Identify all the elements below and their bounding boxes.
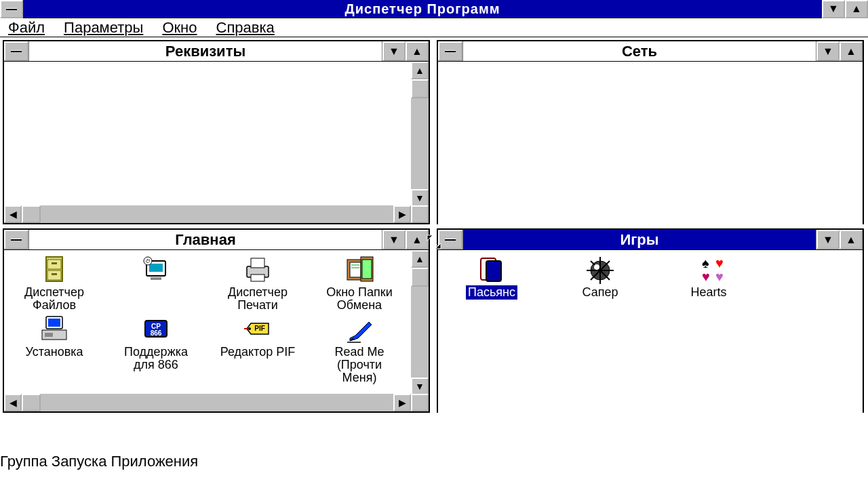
icon-solitaire[interactable]: Пасьянс xyxy=(441,254,542,300)
app-title: Диспетчер Программ xyxy=(23,1,822,17)
pif-tag-icon: PIF xyxy=(241,314,274,344)
icon-clipboard-viewer[interactable]: Окно Папки Обмена xyxy=(312,254,407,312)
window-main-hscroll[interactable]: ◀ ▶ xyxy=(4,394,429,411)
icon-cp866[interactable]: CP866 Поддержка для 866 xyxy=(108,314,203,385)
window-accessories-maximize[interactable]: ▲ xyxy=(406,41,429,61)
scroll-up-icon[interactable]: ▲ xyxy=(411,250,429,268)
window-main-sysmenu[interactable] xyxy=(4,230,28,249)
svg-rect-22 xyxy=(45,333,53,337)
mdi-area: Реквизиты ▼ ▲ ▲ ▼ ◀ ▶ Сеть ▼ ▲ xyxy=(0,37,868,413)
window-accessories-vscroll[interactable]: ▲ ▼ xyxy=(411,62,429,207)
menu-file[interactable]: Файл xyxy=(8,19,45,37)
icon-readme[interactable]: Read Me (Прочти Меня) xyxy=(312,314,407,385)
app-titlebar: Диспетчер Программ ▼ ▲ xyxy=(0,0,868,18)
file-cabinet-icon xyxy=(38,254,71,284)
scroll-right-icon[interactable]: ▶ xyxy=(393,205,411,223)
window-main-minimize[interactable]: ▼ xyxy=(382,230,406,249)
window-accessories-hscroll[interactable]: ◀ ▶ xyxy=(4,205,429,223)
svg-rect-3 xyxy=(52,262,57,264)
icon-control-panel[interactable]: ⏱ xyxy=(108,254,203,312)
svg-rect-14 xyxy=(350,262,361,277)
window-main-titlebar[interactable]: Главная ▼ ▲ xyxy=(4,230,429,250)
window-games-title: Игры xyxy=(462,230,816,249)
icon-minesweeper[interactable]: Сапер xyxy=(549,254,651,300)
svg-text:PIF: PIF xyxy=(254,325,265,332)
svg-text:♥: ♥ xyxy=(715,256,724,270)
window-games[interactable]: Игры ▼ ▲ Пасьянс Сапер xyxy=(437,228,864,413)
window-accessories-body: ▲ ▼ xyxy=(4,62,429,207)
scroll-down-icon[interactable]: ▼ xyxy=(411,378,429,395)
scroll-left-icon[interactable]: ◀ xyxy=(4,205,22,223)
svg-rect-11 xyxy=(251,258,264,268)
icon-print-manager[interactable]: Диспетчер Печати xyxy=(210,254,305,312)
window-main-vscroll[interactable]: ▲ ▼ xyxy=(411,250,429,395)
window-network-sysmenu[interactable] xyxy=(438,41,462,61)
icon-setup[interactable]: Установка xyxy=(7,314,102,385)
maximize-button[interactable]: ▲ xyxy=(845,0,868,18)
window-accessories-title: Реквизиты xyxy=(28,41,382,61)
window-main-title: Главная xyxy=(28,230,382,249)
window-accessories-minimize[interactable]: ▼ xyxy=(382,41,406,61)
menubar: Файл Параметры Окно Справка xyxy=(0,18,868,37)
window-network-minimize[interactable]: ▼ xyxy=(816,41,840,61)
svg-rect-20 xyxy=(48,319,60,327)
cp866-icon: CP866 xyxy=(140,314,172,344)
icon-hearts[interactable]: ♠♥♥♥ Hearts xyxy=(658,254,760,300)
menu-help[interactable]: Справка xyxy=(216,19,275,37)
window-games-minimize[interactable]: ▼ xyxy=(816,230,840,249)
scroll-down-icon[interactable]: ▼ xyxy=(411,189,429,207)
svg-point-37 xyxy=(594,264,599,270)
clipboard-folder-icon xyxy=(343,254,376,284)
window-network[interactable]: Сеть ▼ ▲ xyxy=(437,40,864,224)
window-network-title: Сеть xyxy=(462,41,816,61)
window-network-body xyxy=(438,62,863,224)
scroll-up-icon[interactable]: ▲ xyxy=(411,62,429,79)
window-main-maximize[interactable]: ▲ xyxy=(406,230,429,249)
svg-text:866: 866 xyxy=(151,329,162,337)
svg-rect-31 xyxy=(486,261,501,281)
svg-rect-4 xyxy=(52,273,57,275)
scroll-right-icon[interactable]: ▶ xyxy=(393,394,411,411)
cards-icon xyxy=(475,254,508,284)
window-main[interactable]: Главная ▼ ▲ Диспетчер Файлов ⏱ xyxy=(3,228,430,413)
icon-pif-editor[interactable]: PIF Редактор PIF xyxy=(210,314,305,385)
icon-file-manager[interactable]: Диспетчер Файлов xyxy=(7,254,102,312)
setup-computer-icon xyxy=(38,314,71,344)
scroll-left-icon[interactable]: ◀ xyxy=(4,394,22,411)
printer-icon xyxy=(241,254,274,284)
window-accessories[interactable]: Реквизиты ▼ ▲ ▲ ▼ ◀ ▶ xyxy=(3,40,430,224)
window-games-sysmenu[interactable] xyxy=(438,230,462,249)
hearts-suits-icon: ♠♥♥♥ xyxy=(692,254,725,284)
window-accessories-sysmenu[interactable] xyxy=(4,41,28,61)
computer-gear-icon: ⏱ xyxy=(140,254,172,284)
minimize-button[interactable]: ▼ xyxy=(822,0,845,18)
svg-point-27 xyxy=(248,327,251,330)
svg-rect-7 xyxy=(151,277,161,280)
svg-text:♠: ♠ xyxy=(702,256,709,270)
window-network-maximize[interactable]: ▲ xyxy=(840,41,863,61)
window-games-titlebar[interactable]: Игры ▼ ▲ xyxy=(438,230,863,250)
svg-rect-12 xyxy=(251,274,264,281)
menu-window[interactable]: Окно xyxy=(162,19,197,37)
svg-text:♥: ♥ xyxy=(702,269,710,284)
window-games-maximize[interactable]: ▲ xyxy=(840,230,863,249)
svg-text:⏱: ⏱ xyxy=(145,258,151,264)
window-accessories-titlebar[interactable]: Реквизиты ▼ ▲ xyxy=(4,41,429,62)
svg-rect-6 xyxy=(149,264,163,272)
system-menu-button[interactable] xyxy=(0,0,23,18)
window-network-titlebar[interactable]: Сеть ▼ ▲ xyxy=(438,41,863,62)
window-games-body: Пасьянс Сапер ♠♥♥♥ Hearts xyxy=(438,250,863,413)
svg-rect-18 xyxy=(362,260,372,279)
pen-write-icon xyxy=(343,314,376,344)
menu-params[interactable]: Параметры xyxy=(64,19,143,37)
mine-icon xyxy=(584,254,616,284)
minimized-group-label[interactable]: Группа Запуска Приложения xyxy=(0,453,198,470)
svg-text:♥: ♥ xyxy=(715,269,724,284)
window-main-body: Диспетчер Файлов ⏱ Диспетчер Печати xyxy=(4,250,429,395)
